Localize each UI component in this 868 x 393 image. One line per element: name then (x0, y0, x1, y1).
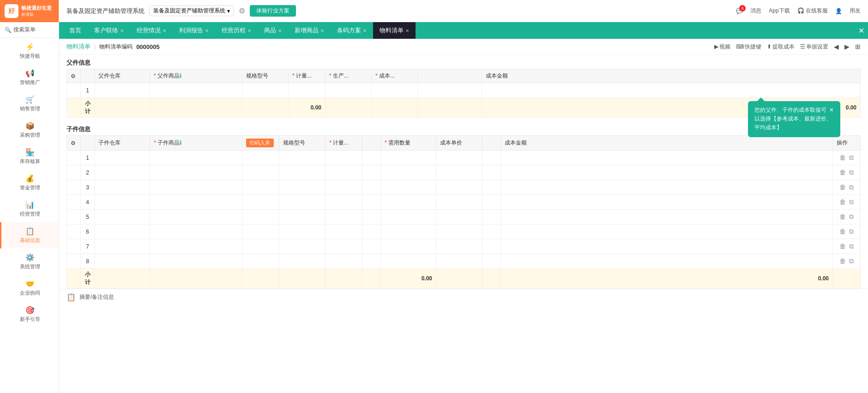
sidebar-item-系统管理[interactable]: ⚙️ 系统管理 (0, 248, 59, 275)
child-cell-product-3[interactable] (150, 180, 242, 195)
sidebar-item-经营管理[interactable]: 📊 经营管理 (0, 196, 59, 222)
child-cell-unit-4[interactable] (326, 195, 362, 210)
child-cell-warehouse-8[interactable] (95, 254, 150, 269)
sidebar-item-资金管理[interactable]: 💰 资金管理 (0, 169, 59, 196)
child-cell-warehouse-2[interactable] (95, 165, 150, 180)
nav-tab-8[interactable]: 物料清单✕ (373, 22, 416, 39)
nav-tab-3[interactable]: 利润报告✕ (173, 22, 215, 39)
parent-cell-product[interactable] (150, 83, 242, 98)
delete-icon-8[interactable]: 🗑 (839, 257, 846, 265)
settings-icon[interactable]: ⚙ (239, 6, 245, 15)
delete-icon-4[interactable]: 🗑 (839, 198, 846, 206)
sidebar-item-快捷导航[interactable]: ⚡ 快捷导航 (0, 38, 59, 64)
parent-cell-warehouse[interactable] (95, 83, 150, 98)
child-cell-product-4[interactable] (150, 195, 242, 210)
nav-prev-btn[interactable]: ◀ (834, 43, 839, 50)
nav-tab-5[interactable]: 商品✕ (258, 22, 288, 39)
nav-tab-close-4[interactable]: ✕ (247, 28, 251, 33)
tabs-end-btn[interactable]: ✕ (858, 26, 864, 35)
delete-icon-3[interactable]: 🗑 (839, 183, 846, 191)
copy-icon-3[interactable]: ⧉ (849, 183, 854, 191)
delete-icon-5[interactable]: 🗑 (839, 213, 846, 220)
child-cell-qty-1[interactable] (381, 151, 436, 165)
delete-icon-7[interactable]: 🗑 (839, 242, 846, 250)
copy-icon-8[interactable]: ⧉ (849, 257, 854, 265)
child-cell-unitcost-4[interactable] (436, 195, 482, 210)
child-cell-warehouse-7[interactable] (95, 239, 150, 254)
copy-icon-6[interactable]: ⧉ (849, 228, 854, 235)
child-cell-unit-2[interactable] (326, 165, 362, 180)
child-cell-unit-3[interactable] (326, 180, 362, 195)
child-cell-spec-8[interactable] (279, 254, 326, 269)
child-cell-product-7[interactable] (150, 239, 242, 254)
child-cell-unitcost-7[interactable] (436, 239, 482, 254)
child-cell-qty-8[interactable] (381, 254, 436, 269)
nav-tab-close-8[interactable]: ✕ (405, 28, 409, 33)
child-cell-unitcost-6[interactable] (436, 224, 482, 239)
child-cell-qty-6[interactable] (381, 224, 436, 239)
grid-view-btn[interactable]: ⊞ (855, 43, 861, 50)
child-cell-product-6[interactable] (150, 224, 242, 239)
child-cell-spec-7[interactable] (279, 239, 326, 254)
child-cell-qty-7[interactable] (381, 239, 436, 254)
trial-btn[interactable]: 体验行业方案 (250, 5, 296, 17)
child-cell-warehouse-5[interactable] (95, 210, 150, 224)
child-cell-unitcost-1[interactable] (436, 151, 482, 165)
child-cell-product-8[interactable] (150, 254, 242, 269)
child-cell-unit-8[interactable] (326, 254, 362, 269)
parent-cell-spec[interactable] (242, 83, 289, 98)
nav-tab-close-7[interactable]: ✕ (363, 28, 367, 33)
nav-tab-0[interactable]: 首页 (63, 22, 88, 39)
sidebar-item-新手引导[interactable]: 🎯 新手引导 (0, 301, 59, 327)
child-cell-qty-2[interactable] (381, 165, 436, 180)
child-cell-product-5[interactable] (150, 210, 242, 224)
child-cell-qty-3[interactable] (381, 180, 436, 195)
child-cell-qty-4[interactable] (381, 195, 436, 210)
nav-tab-4[interactable]: 经营历程✕ (215, 22, 258, 39)
message-btn[interactable]: 💬 6 (736, 8, 743, 14)
nav-tab-1[interactable]: 客户联络✕ (88, 22, 130, 39)
copy-icon-1[interactable]: ⧉ (849, 154, 854, 161)
child-cell-spec-5[interactable] (279, 210, 326, 224)
sidebar-item-基础信息[interactable]: 📋 基础信息 (0, 222, 59, 248)
child-cell-spec-6[interactable] (279, 224, 326, 239)
child-cell-spec-1[interactable] (279, 151, 326, 165)
sidebar-item-销售管理[interactable]: 🛒 销售管理 (0, 91, 59, 117)
nav-tab-close-2[interactable]: ✕ (163, 28, 166, 33)
child-cell-warehouse-6[interactable] (95, 224, 150, 239)
child-cell-unitcost-2[interactable] (436, 165, 482, 180)
child-cell-unit-7[interactable] (326, 239, 362, 254)
child-cell-product-2[interactable] (150, 165, 242, 180)
child-cell-qty-5[interactable] (381, 210, 436, 224)
scan-btn[interactable]: 扫码入库 (246, 139, 274, 147)
nav-tab-close-1[interactable]: ✕ (120, 28, 124, 33)
child-cell-unit-6[interactable] (326, 224, 362, 239)
parent-cell-unit[interactable] (289, 83, 326, 98)
child-cell-unit-5[interactable] (326, 210, 362, 224)
child-cell-spec-3[interactable] (279, 180, 326, 195)
sidebar-item-企业协同[interactable]: 🤝 企业协同 (0, 275, 59, 301)
child-cell-spec-2[interactable] (279, 165, 326, 180)
child-cell-unitcost-8[interactable] (436, 254, 482, 269)
sidebar-item-采购管理[interactable]: 📦 采购管理 (0, 117, 59, 143)
child-col-settings[interactable]: ⚙ (67, 136, 81, 151)
tooltip-close-btn[interactable]: ✕ (829, 106, 834, 115)
sidebar-item-库存核算[interactable]: 🏪 库存核算 (0, 143, 59, 169)
sidebar-item-营销推广[interactable]: 📢 营销推广 (0, 64, 59, 91)
child-cell-unitcost-5[interactable] (436, 210, 482, 224)
settings-btn[interactable]: ☰ 单据设置 (800, 43, 828, 51)
nav-tab-7[interactable]: 条码方案✕ (331, 22, 373, 39)
child-cell-warehouse-4[interactable] (95, 195, 150, 210)
child-cell-warehouse-1[interactable] (95, 151, 150, 165)
search-menu-item[interactable]: 🔍 搜索菜单 (0, 22, 59, 38)
child-cell-unitcost-3[interactable] (436, 180, 482, 195)
child-cell-product-1[interactable] (150, 151, 242, 165)
parent-cell-cost[interactable] (372, 83, 418, 98)
nav-tab-close-6[interactable]: ✕ (320, 28, 324, 33)
child-cell-spec-4[interactable] (279, 195, 326, 210)
nav-tab-close-3[interactable]: ✕ (205, 28, 209, 33)
nav-tab-close-5[interactable]: ✕ (278, 28, 282, 33)
delete-icon-6[interactable]: 🗑 (839, 228, 846, 235)
nav-tab-6[interactable]: 新增商品✕ (288, 22, 331, 39)
copy-icon-4[interactable]: ⧉ (849, 198, 854, 206)
